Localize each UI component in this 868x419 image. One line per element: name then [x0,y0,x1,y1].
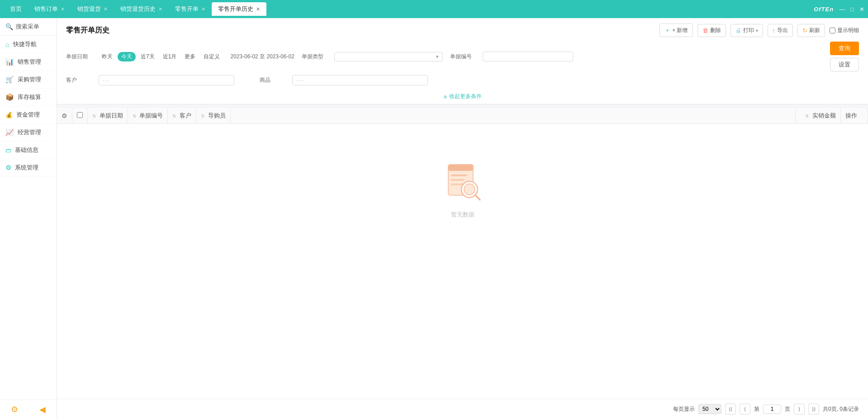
goods-select[interactable]: ··· [292,75,428,85]
query-button[interactable]: 查询 [830,42,859,55]
sort-arrows-no: ⇅ [133,113,136,118]
refresh-label: 刷新 [809,27,820,34]
sidebar-item-label-operations: 经营管理 [18,128,41,137]
sidebar-item-quick-nav[interactable]: ⌂ 快捷导航 [0,36,57,53]
page-number-input[interactable] [763,405,781,414]
svg-rect-2 [451,174,467,176]
collapse-sidebar-icon[interactable]: ◀ [39,405,46,414]
print-arrow-icon: ▾ [756,28,758,33]
filter-date-options: 昨天 今天 近7天 近1月 更多 自定义 [99,52,223,61]
empty-icon [440,160,485,205]
tab-sales-order-label: 销售订单 [34,5,58,13]
show-detail-checkbox-container[interactable]: 显示明细 [830,27,859,34]
sort-arrows-date: ⇅ [92,113,96,118]
date-btn-more[interactable]: 更多 [181,52,199,61]
add-button[interactable]: ＋ + 新增 [659,24,693,37]
minimize-btn[interactable]: — [839,6,845,13]
sidebar-item-base-info[interactable]: 🗃 基础信息 [0,141,57,159]
th-date[interactable]: ⇅ 单据日期 [88,108,128,124]
page-prefix-label: 第 [754,405,759,413]
tab-retail-open-history-close[interactable]: ✕ [256,6,260,12]
last-page-btn[interactable]: ⟩⟩ [808,404,819,414]
top-tabbar: 首页 销售订单 ✕ 销货退货 ✕ 销货退货历史 ✕ 零售开单 ✕ 零售开单历史 … [0,0,868,18]
database-icon: 🗃 [5,147,11,154]
tab-retail-open-close[interactable]: ✕ [201,6,205,12]
toolbar-right: ＋ + 新增 🗑 删除 🖨 打印 ▾ ↑ 导出 [659,24,859,37]
show-detail-checkbox[interactable] [830,28,835,33]
th-action: 操作 [841,108,868,124]
sidebar-item-sys-mgmt[interactable]: ⚙ 系统管理 [0,159,57,177]
settings-bottom-icon[interactable]: ⚙ [11,405,18,414]
date-btn-today[interactable]: 今天 [118,52,136,61]
customer-label: 客户 [66,76,91,84]
maximize-btn[interactable]: □ [850,6,854,13]
prev-page-btn[interactable]: ⟨ [740,404,750,414]
date-btn-yesterday[interactable]: 昨天 [99,52,116,61]
money-icon: 💰 [5,112,13,118]
home-icon: ⌂ [5,41,9,48]
date-btn-1month[interactable]: 近1月 [160,52,180,61]
goods-label: 商品 [260,76,285,84]
sidebar-search[interactable]: 🔍 搜索采单 [0,18,57,36]
chevron-up-icon: ∧ [443,94,447,100]
cart-icon: 🛒 [5,75,14,84]
th-settings[interactable]: ⚙ [57,108,72,124]
sidebar-item-sales-mgmt[interactable]: 📊 销售管理 [0,53,57,71]
show-detail-label: 显示明细 [837,27,859,34]
content-area: 零售开单历史 ＋ + 新增 🗑 删除 🖨 打印 ▾ [57,18,868,419]
tab-sales-return-close[interactable]: ✕ [104,6,108,12]
chevron-down-icon: ▾ [436,54,439,60]
tab-sales-order[interactable]: 销售订单 ✕ [28,2,71,16]
sidebar-item-label-quick-nav: 快捷导航 [13,40,37,48]
th-no-label: 单据编号 [139,112,163,119]
search-icon: 🔍 [5,23,13,30]
tab-sales-return-history[interactable]: 销货退货历史 ✕ [114,2,169,16]
date-filter-label: 单据日期 [66,53,91,61]
page-header: 零售开单历史 ＋ + 新增 🗑 删除 🖨 打印 ▾ [57,18,868,104]
close-btn[interactable]: ✕ [859,6,864,13]
tab-home[interactable]: 首页 [4,2,28,16]
print-button[interactable]: 🖨 打印 ▾ [730,24,763,37]
doc-no-input[interactable] [483,52,573,61]
export-button[interactable]: ↑ 导出 [768,24,793,37]
sidebar-item-label-inventory: 库存核算 [18,93,41,101]
customer-select[interactable]: ··· [99,75,234,85]
select-all-checkbox[interactable] [77,112,83,118]
th-check[interactable] [72,108,88,124]
sidebar-item-finance[interactable]: 💰 资金管理 [0,106,57,124]
th-amount[interactable]: ⇅ 实销金额 [796,108,841,124]
collapse-more-btn[interactable]: ∧ 收起更多条件 [66,91,859,104]
tab-sales-return-history-label: 销货退货历史 [120,5,156,13]
sidebar-item-purchase-mgmt[interactable]: 🛒 采购管理 [0,71,57,89]
table-header-row: ⚙ ⇅ 单据日期 ⇅ 单据编号 [57,108,868,124]
first-page-btn[interactable]: ⟨⟨ [725,404,736,414]
tab-retail-open[interactable]: 零售开单 ✕ [169,2,212,16]
settings-gear-icon[interactable]: ⚙ [62,112,67,119]
refresh-button[interactable]: ↻ 刷新 [797,24,825,37]
main-layout: 🔍 搜索采单 ⌂ 快捷导航 📊 销售管理 🛒 采购管理 📦 库存核算 💰 资金管… [0,18,868,419]
th-customer[interactable]: ⇅ 客户 [168,108,196,124]
add-label: + 新增 [672,27,688,34]
tab-sales-order-close[interactable]: ✕ [61,6,65,12]
th-no[interactable]: ⇅ 单据编号 [128,108,168,124]
th-guide[interactable]: ⇅ 导购员 [196,108,230,124]
date-btn-custom[interactable]: 自定义 [200,52,223,61]
th-guide-label: 导购员 [208,112,226,119]
tab-retail-open-history[interactable]: 零售开单历史 ✕ [212,2,266,16]
svg-rect-3 [451,179,465,181]
settings-button[interactable]: 设置 [830,58,859,71]
date-btn-7days[interactable]: 近7天 [138,52,158,61]
next-page-btn[interactable]: ⟩ [794,404,805,414]
delete-button[interactable]: 🗑 删除 [697,24,726,37]
collapse-label: 收起更多条件 [449,93,482,100]
page-title-row: 零售开单历史 ＋ + 新增 🗑 删除 🖨 打印 ▾ [66,24,859,37]
tab-sales-return[interactable]: 销货退货 ✕ [71,2,114,16]
tab-sales-return-history-close[interactable]: ✕ [158,6,162,12]
doc-type-select[interactable]: ▾ [334,52,443,61]
svg-point-6 [464,184,475,195]
per-page-select[interactable]: 50 10 20 100 [698,404,721,414]
sidebar-item-inventory[interactable]: 📦 库存核算 [0,89,57,106]
sidebar-item-operations[interactable]: 📈 经营管理 [0,124,57,141]
print-label: 打印 [743,27,754,34]
tab-retail-open-label: 零售开单 [175,5,199,13]
